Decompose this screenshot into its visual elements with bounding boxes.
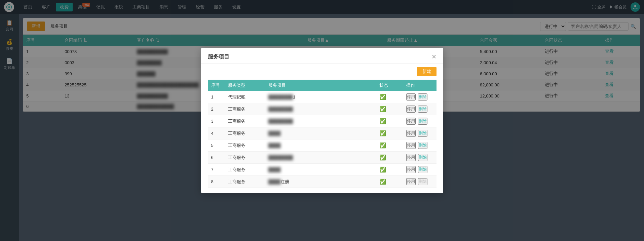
status-check-icon: ✅ <box>379 106 386 112</box>
stop-button-3[interactable]: 停用 <box>406 118 416 125</box>
modal-col-type: 服务类型 <box>225 80 265 91</box>
delete-button-2[interactable]: 删除 <box>418 106 427 113</box>
status-check-icon: ✅ <box>379 143 386 148</box>
modal-new-button[interactable]: 新建 <box>417 67 437 76</box>
stop-button-8[interactable]: 停用 <box>406 178 416 185</box>
modal-body: 序号 服务类型 服务项目 状态 操作 1 代理记账 ██████ <box>201 80 443 193</box>
modal-close-button[interactable]: ✕ <box>431 53 437 61</box>
modal-title: 服务项目 <box>208 53 229 61</box>
delete-button-1[interactable]: 删除 <box>418 93 427 101</box>
modal-table-row: 5 工商服务 ████ ✅ 停用 删除 <box>208 139 437 152</box>
stop-button-2[interactable]: 停用 <box>406 106 416 113</box>
delete-button-7[interactable]: 删除 <box>418 166 427 173</box>
status-check-icon: ✅ <box>379 130 386 136</box>
modal-table-row: 4 工商服务 ████ ✅ 停用 删除 <box>208 127 437 139</box>
status-check-icon: ✅ <box>379 94 386 100</box>
modal-col-seq: 序号 <box>208 80 225 91</box>
main-content: 新增 服务项目 进行中 全部 已结束 🔍 序号 合同编码 <box>19 14 644 241</box>
modal-table-row: 3 工商服务 ████████ ✅ 停用 删除 <box>208 115 437 127</box>
modal-table-row: 7 工商服务 ████ ✅ 停用 删除 <box>208 164 437 176</box>
status-check-icon: ✅ <box>379 167 386 172</box>
modal-table-row: 1 代理记账 ████████1 ✅ 停用 删除 <box>208 91 437 103</box>
modal-header: 服务项目 ✕ <box>201 48 443 64</box>
stop-button-7[interactable]: 停用 <box>406 166 416 173</box>
delete-button-6[interactable]: 删除 <box>418 154 427 161</box>
delete-button-8[interactable]: 删除 <box>418 178 427 185</box>
stop-button-1[interactable]: 停用 <box>406 93 416 101</box>
status-check-icon: ✅ <box>379 179 386 185</box>
delete-button-5[interactable]: 删除 <box>418 142 427 149</box>
stop-button-5[interactable]: 停用 <box>406 142 416 149</box>
modal-table-row: 6 工商服务 ████████ ✅ 停用 删除 <box>208 152 437 164</box>
modal-col-item: 服务项目 <box>265 80 376 91</box>
service-items-table: 序号 服务类型 服务项目 状态 操作 1 代理记账 ██████ <box>208 80 437 188</box>
status-check-icon: ✅ <box>379 118 386 124</box>
modal-col-action: 操作 <box>403 80 437 91</box>
stop-button-4[interactable]: 停用 <box>406 130 416 137</box>
delete-button-4[interactable]: 删除 <box>418 130 427 137</box>
modal-table-row: 2 工商服务 ████████ ✅ 停用 删除 <box>208 103 437 115</box>
modal-col-status: 状态 <box>376 80 403 91</box>
status-check-icon: ✅ <box>379 155 386 160</box>
modal-overlay[interactable]: 服务项目 ✕ 新建 序号 服务类型 服务项目 状态 <box>19 14 644 241</box>
main-layout: 📋 合同 💰 收费 📄 对账单 新增 服务项目 进行中 全部 已结束 <box>0 14 644 241</box>
service-items-modal: 服务项目 ✕ 新建 序号 服务类型 服务项目 状态 <box>201 48 443 193</box>
modal-toolbar: 新建 <box>201 64 443 80</box>
modal-table-row: 8 工商服务 ████注册 ✅ 停用 删除 <box>208 176 437 188</box>
stop-button-6[interactable]: 停用 <box>406 154 416 161</box>
delete-button-3[interactable]: 删除 <box>418 118 427 125</box>
